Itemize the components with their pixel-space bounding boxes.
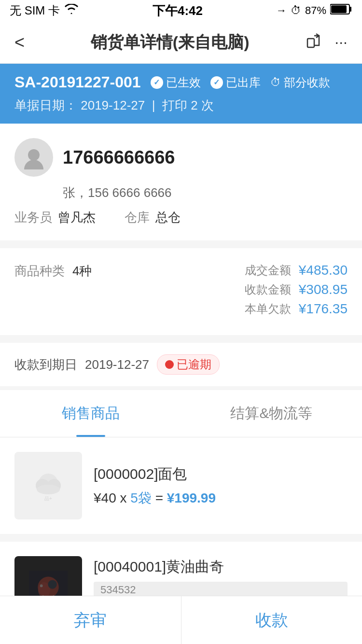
owed-row: 本单欠款 ¥176.35 bbox=[181, 301, 348, 317]
page-title: 销货单详情(来自电脑) bbox=[34, 31, 306, 54]
order-header: SA-20191227-001 ✓ 已生效 ✓ 已出库 ⏱ 部分收款 单据日期：… bbox=[0, 64, 362, 124]
warehouse-label: 仓库 bbox=[125, 209, 150, 226]
owed-value: ¥176.35 bbox=[299, 301, 348, 317]
collected-label: 收款金额 bbox=[245, 282, 291, 297]
order-id: SA-20191227-001 bbox=[14, 73, 141, 91]
nav-actions: ··· bbox=[306, 32, 348, 53]
svg-point-4 bbox=[28, 149, 40, 161]
avatar bbox=[14, 138, 53, 177]
status-left: 无 SIM 卡 bbox=[10, 3, 79, 18]
warehouse-item: 仓库 总仓 bbox=[125, 209, 181, 226]
warehouse-value: 总仓 bbox=[155, 209, 181, 226]
svg-point-14 bbox=[40, 585, 43, 588]
stats-right: 成交金额 ¥485.30 收款金额 ¥308.95 本单欠款 ¥176.35 bbox=[181, 263, 348, 321]
stats-left: 商品种类 4种 bbox=[14, 263, 181, 282]
customer-id: 17666666666 bbox=[63, 147, 175, 168]
salesperson-item: 业务员 曾凡杰 bbox=[14, 209, 96, 226]
deal-amount-label: 成交金额 bbox=[245, 263, 291, 278]
salesperson-value: 曾凡杰 bbox=[58, 209, 96, 226]
confirm-button[interactable]: 收款 bbox=[181, 596, 362, 644]
collected-row: 收款金额 ¥308.95 bbox=[181, 282, 348, 297]
stats-section: 商品种类 4种 成交金额 ¥485.30 收款金额 ¥308.95 本单欠款 ¥… bbox=[0, 248, 362, 335]
due-label: 收款到期日 bbox=[14, 356, 77, 373]
battery-icon bbox=[330, 3, 352, 18]
nav-bar: < 销货单详情(来自电脑) ··· bbox=[0, 21, 362, 64]
due-date: 2019-12-27 bbox=[85, 357, 149, 372]
svg-point-13 bbox=[48, 580, 56, 588]
order-date-row: 单据日期： 2019-12-27 | 打印 2 次 bbox=[14, 97, 348, 114]
customer-section: 17666666666 张，156 6666 6666 业务员 曾凡杰 仓库 总… bbox=[0, 124, 362, 240]
product-total-bread: ¥199.99 bbox=[167, 490, 216, 505]
wifi-icon bbox=[64, 4, 79, 17]
more-icon[interactable]: ··· bbox=[334, 33, 348, 51]
status-partial: ⏱ 部分收款 bbox=[270, 75, 330, 90]
tab-sales-products[interactable]: 销售商品 bbox=[0, 390, 181, 437]
customer-row: 17666666666 bbox=[14, 138, 348, 177]
product-qty-bread: 5袋 bbox=[130, 490, 152, 505]
alarm-icon: ⏱ bbox=[291, 4, 301, 17]
overdue-dot-icon bbox=[165, 360, 174, 369]
share-icon[interactable] bbox=[306, 32, 323, 53]
cancel-button[interactable]: 弃审 bbox=[0, 596, 181, 644]
status-effective: ✓ 已生效 bbox=[151, 75, 201, 90]
customer-meta: 业务员 曾凡杰 仓库 总仓 bbox=[14, 209, 348, 226]
deal-amount-value: ¥485.30 bbox=[299, 263, 348, 278]
status-bar: 无 SIM 卡 下午4:42 → ⏱ 87% bbox=[0, 0, 362, 21]
product-types-row: 商品种类 4种 bbox=[14, 263, 181, 280]
product-types-label: 商品种类 bbox=[14, 263, 65, 280]
status-time: 下午4:42 bbox=[153, 2, 203, 19]
svg-rect-2 bbox=[331, 5, 347, 13]
sim-status: 无 SIM 卡 bbox=[10, 3, 60, 18]
svg-rect-3 bbox=[307, 39, 314, 47]
product-name-bread: [0000002]面包 bbox=[94, 464, 348, 484]
bottom-bar: 弃审 收款 bbox=[0, 596, 362, 644]
location-icon: → bbox=[276, 4, 287, 17]
svg-text:品+: 品+ bbox=[44, 496, 52, 501]
tab-settlement[interactable]: 结算&物流等 bbox=[181, 390, 362, 437]
tabs: 销售商品 结算&物流等 bbox=[0, 390, 362, 437]
battery-level: 87% bbox=[305, 4, 326, 17]
product-item: 品+ [0000002]面包 ¥40 x 5袋 = ¥199.99 bbox=[0, 437, 362, 542]
clock-icon: ⏱ bbox=[270, 76, 281, 89]
product-thumb-bread: 品+ bbox=[14, 452, 82, 519]
product-types-value: 4种 bbox=[72, 263, 92, 280]
svg-rect-1 bbox=[349, 7, 351, 12]
collected-value: ¥308.95 bbox=[299, 282, 348, 297]
overdue-badge: 已逾期 bbox=[157, 354, 220, 375]
overdue-label: 已逾期 bbox=[177, 357, 211, 372]
svg-point-8 bbox=[37, 485, 60, 494]
back-button[interactable]: < bbox=[14, 32, 34, 53]
product-info-bread: [0000002]面包 ¥40 x 5袋 = ¥199.99 bbox=[94, 452, 348, 519]
check-effective-icon: ✓ bbox=[151, 76, 163, 89]
check-shipped-icon: ✓ bbox=[210, 76, 223, 89]
product-name-cookie: [00040001]黄油曲奇 bbox=[94, 557, 348, 577]
owed-label: 本单欠款 bbox=[245, 301, 291, 317]
status-right: → ⏱ 87% bbox=[276, 3, 352, 18]
product-price-bread: ¥40 x 5袋 = ¥199.99 bbox=[94, 489, 348, 507]
status-shipped: ✓ 已出库 bbox=[210, 75, 261, 90]
salesperson-label: 业务员 bbox=[14, 209, 52, 226]
customer-name: 张，156 6666 6666 bbox=[63, 184, 348, 201]
deal-amount-row: 成交金额 ¥485.30 bbox=[181, 263, 348, 278]
due-section: 收款到期日 2019-12-27 已逾期 bbox=[0, 343, 362, 386]
